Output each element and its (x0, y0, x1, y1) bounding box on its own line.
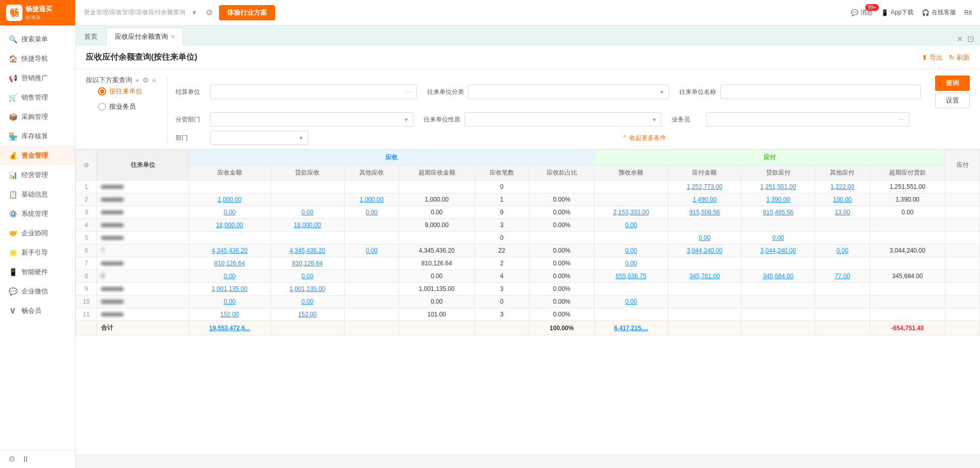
sidebar-item-warehouse[interactable]: 🏪 库存核算 (0, 127, 75, 146)
dept-manage-select[interactable]: ▼ (210, 112, 413, 127)
sidebar-item-search[interactable]: 🔍 搜索菜单 (0, 30, 75, 49)
row-ar-prepaid[interactable] (594, 232, 668, 244)
row-ar-other[interactable] (344, 308, 399, 321)
row-ar-amount[interactable]: 810,126.64 (189, 257, 271, 270)
export-button[interactable]: ⬆ 导出 (922, 53, 943, 62)
settings-group-th[interactable]: ⚙ (76, 150, 97, 181)
refresh-button[interactable]: ↻ 刷新 (949, 53, 970, 62)
collapse-filter-button[interactable]: ⌃ 收起更多条件 (622, 132, 666, 144)
sidebar-item-collab[interactable]: 🤝 企业协同 (0, 224, 75, 243)
sidebar-item-member[interactable]: V 畅会员 (0, 301, 75, 321)
table-settings-icon[interactable]: ⚙ (80, 159, 92, 171)
row-ap-amount[interactable] (668, 257, 741, 270)
row-ap-other[interactable] (815, 295, 870, 308)
row-ap-amount[interactable] (668, 219, 741, 232)
user-menu[interactable]: Rit (964, 9, 972, 16)
sidebar-item-finance[interactable]: 💰 资金管理 (0, 146, 75, 165)
row-ar-amount[interactable]: 1,000.00 (189, 193, 271, 206)
row-ar-other[interactable] (344, 270, 399, 283)
scheme-add-icon[interactable]: + (135, 76, 139, 84)
row-ap-other[interactable] (815, 283, 870, 295)
settings-gear-icon[interactable]: ⚙ (206, 8, 213, 17)
sidebar-item-purchase[interactable]: 📦 采购管理 (0, 107, 75, 127)
row-ar-other[interactable]: 1,000.00 (344, 193, 399, 206)
service-button[interactable]: 🎧 在线客服 (922, 8, 956, 17)
row-ar-prepaid[interactable]: 655,636.75 (594, 270, 668, 283)
row-ar-amount[interactable]: 0.00 (189, 270, 271, 283)
settings-footer-icon[interactable]: ⚙ (8, 454, 15, 464)
row-ar-amount[interactable]: 152.00 (189, 308, 271, 321)
row-ap-other[interactable] (815, 257, 870, 270)
trial-button[interactable]: 体验行业方案 (219, 5, 275, 20)
maximize-window-icon[interactable]: ⊡ (967, 34, 974, 44)
row-ar-loan[interactable] (271, 193, 344, 206)
scheme-collapse-icon[interactable]: « (152, 76, 156, 84)
row-ar-other[interactable] (344, 283, 399, 295)
row-ar-loan[interactable]: 4,345,436.20 (271, 244, 344, 257)
row-ar-prepaid[interactable] (594, 283, 668, 295)
row-ap-loan[interactable]: 3,044,240.00 (742, 244, 815, 257)
row-ap-loan[interactable]: 345,684.00 (742, 270, 815, 283)
dept-select[interactable]: ▼ (210, 131, 308, 145)
row-ar-prepaid[interactable]: 0.00 (594, 257, 668, 270)
row-ap-loan[interactable]: 915,495.56 (742, 206, 815, 219)
row-ap-amount[interactable]: 1,252,773.00 (668, 181, 741, 193)
row-ar-loan[interactable]: 0.00 (271, 206, 344, 219)
collapse-footer-icon[interactable]: ⏸ (21, 455, 30, 464)
sidebar-item-wechat[interactable]: 💬 企业微信 (0, 282, 75, 301)
row-ar-prepaid[interactable] (594, 308, 668, 321)
row-ap-amount[interactable]: 3,044,240.00 (668, 244, 741, 257)
sidebar-item-sales[interactable]: 🛒 销售管理 (0, 88, 75, 107)
partner-nature-select[interactable]: ▼ (464, 112, 662, 127)
row-ar-loan[interactable] (271, 232, 344, 244)
setting-button[interactable]: 设置 (935, 93, 970, 108)
table-container[interactable]: ⚙ 往来单位 应收 应付 应付 应收金额 贷款应收 其他应收 超期应收金额 应收… (76, 150, 980, 454)
breadcrumb-chevron[interactable]: ▼ (191, 9, 198, 16)
salesman-input[interactable]: ··· (706, 112, 910, 127)
row-ar-loan[interactable]: 810,126.64 (271, 257, 344, 270)
row-ap-other[interactable]: 13.00 (815, 206, 870, 219)
row-ar-other[interactable] (344, 257, 399, 270)
row-ar-prepaid[interactable]: 0.00 (594, 244, 668, 257)
row-ar-amount[interactable]: 0.00 (189, 206, 271, 219)
sidebar-item-base[interactable]: 📋 基础信息 (0, 185, 75, 204)
filter-option-salesman[interactable]: 按业务员 (94, 100, 161, 113)
row-ap-amount[interactable]: 345,761.00 (668, 270, 741, 283)
row-ar-prepaid[interactable]: 2,153,333.00 (594, 206, 668, 219)
row-ap-loan[interactable] (742, 283, 815, 295)
row-ap-loan[interactable] (742, 295, 815, 308)
row-ap-loan[interactable] (742, 308, 815, 321)
row-ap-amount[interactable]: 1,490.00 (668, 193, 741, 206)
row-ap-other[interactable]: 77.00 (815, 270, 870, 283)
row-ap-other[interactable]: 1,222.00 (815, 181, 870, 193)
row-ap-loan[interactable]: 1,390.00 (742, 193, 815, 206)
tab-close-icon[interactable]: × (171, 33, 175, 40)
row-ar-loan[interactable]: 18,000.00 (271, 219, 344, 232)
row-ap-loan[interactable]: 1,251,551.00 (742, 181, 815, 193)
row-ap-loan[interactable] (742, 219, 815, 232)
row-ar-loan[interactable]: 0.00 (271, 295, 344, 308)
partner-name-input[interactable] (720, 85, 921, 99)
settlement-unit-input[interactable]: ··· (210, 85, 417, 99)
row-ar-loan[interactable]: 152.00 (271, 308, 344, 321)
row-ar-loan[interactable] (271, 181, 344, 193)
row-ar-amount[interactable]: 0.00 (189, 295, 271, 308)
row-ar-prepaid[interactable]: 0.00 (594, 295, 668, 308)
row-ap-amount[interactable]: 915,508.56 (668, 206, 741, 219)
sidebar-item-quicknav[interactable]: 🏠 快捷导航 (0, 49, 75, 68)
row-ar-amount[interactable]: 18,000.00 (189, 219, 271, 232)
row-ar-other[interactable] (344, 219, 399, 232)
partner-category-select[interactable]: ▼ (468, 85, 669, 99)
row-ap-other[interactable] (815, 219, 870, 232)
row-ar-loan[interactable]: 0.00 (271, 270, 344, 283)
tab-home[interactable]: 首页 (76, 28, 106, 46)
row-ar-other[interactable] (344, 295, 399, 308)
row-ap-loan[interactable] (742, 257, 815, 270)
message-button[interactable]: 💬 消息 99+ (851, 8, 873, 17)
row-ar-prepaid[interactable]: 0.00 (594, 219, 668, 232)
app-download-button[interactable]: 📱 App下载 (881, 8, 914, 17)
row-ar-loan[interactable]: 1,001,135.00 (271, 283, 344, 295)
row-ar-amount[interactable]: 4,345,436.20 (189, 244, 271, 257)
sidebar-item-marketing[interactable]: 📢 营销推广 (0, 68, 75, 88)
tab-query[interactable]: 应收应付余额查询 × (106, 28, 183, 46)
